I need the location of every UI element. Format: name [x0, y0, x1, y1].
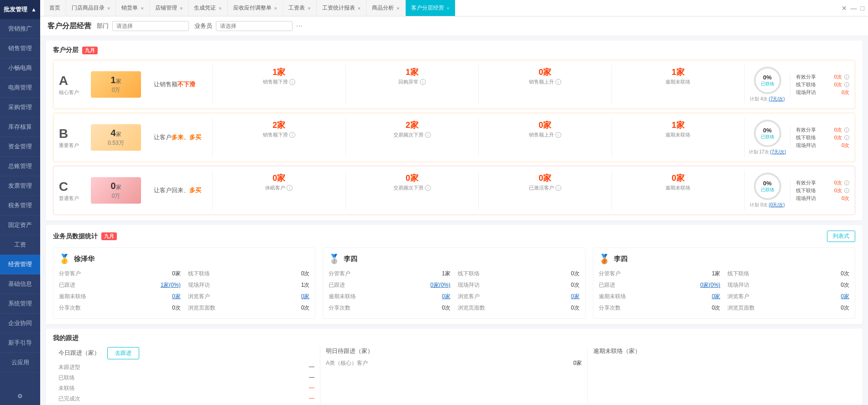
- plan-text: 计划 4次 (7天/次): [748, 96, 786, 102]
- staff-card-3: 🥉 李四 分管客户 1家 线下联络 0次 已跟进: [593, 247, 855, 319]
- tab-minimize-icon[interactable]: —: [851, 5, 857, 12]
- sidebar-item-operations[interactable]: 经营管理: [0, 255, 40, 274]
- info-icon[interactable]: i: [420, 79, 426, 85]
- tab-receivable[interactable]: 应收应付调整单 ×: [228, 0, 283, 16]
- tab-customer-tier[interactable]: 客户分层经营 ×: [406, 0, 455, 16]
- follow-col-today: 今日跟进（家） 去跟进 未跟进型 — 已联络 — 未联络 —: [53, 347, 320, 404]
- tier-b-name: 重要客户: [59, 142, 91, 149]
- sidebar-item-ecom-small[interactable]: 小畅电商: [0, 58, 40, 78]
- tab-payroll[interactable]: 工资表 ×: [283, 0, 316, 16]
- stat-label: 交易频次下滑 i: [350, 131, 475, 138]
- sidebar-item-tax[interactable]: 税务管理: [0, 196, 40, 216]
- tier-a-stat-3: 0家 销售额上升 i: [478, 65, 612, 104]
- plan-link[interactable]: (0天/次): [769, 202, 785, 207]
- staff-stat-row: 分管客户 1家: [329, 269, 450, 279]
- sidebar-toggle-icon[interactable]: ▲: [31, 6, 37, 13]
- sidebar-item-purchase[interactable]: 采购管理: [0, 98, 40, 117]
- sidebar-item-marketing[interactable]: 营销推广: [0, 19, 40, 39]
- tab-sales-order[interactable]: 销货单 ×: [116, 0, 149, 16]
- list-view-button[interactable]: 列表式: [827, 231, 855, 242]
- staff-stat-row: 分管客户 1家: [599, 269, 721, 279]
- staff-select[interactable]: [216, 21, 293, 31]
- sidebar-item-invoice[interactable]: 发票管理: [0, 176, 40, 196]
- staff-stat-row: 浏览客户 0家: [458, 292, 580, 301]
- tab-close-all-icon[interactable]: ✕: [842, 5, 847, 12]
- follow-row: A类（核心）客户 0家: [326, 358, 582, 368]
- tab-close-icon[interactable]: ×: [447, 5, 450, 11]
- info-icon[interactable]: i: [289, 79, 295, 85]
- stat-label: 逾期未联络: [616, 79, 741, 85]
- staff-stat-row: 线下联络 0次: [188, 269, 310, 279]
- info-icon[interactable]: i: [844, 127, 849, 132]
- info-icon[interactable]: i: [287, 185, 293, 191]
- plan-link[interactable]: (7天/次): [769, 96, 785, 101]
- info-icon[interactable]: i: [425, 185, 431, 191]
- info-icon[interactable]: i: [555, 132, 561, 138]
- plan-link[interactable]: (7天/次): [770, 149, 786, 154]
- sidebar-settings-button[interactable]: ⚙: [0, 387, 40, 405]
- sidebar-item-sales[interactable]: 销售管理: [0, 39, 40, 58]
- tab-voucher[interactable]: 生成凭证 ×: [188, 0, 227, 16]
- stat-num: 0家: [482, 67, 608, 78]
- sidebar-item-guide[interactable]: 新手引导: [0, 333, 40, 353]
- tab-maximize-icon[interactable]: □: [861, 5, 864, 12]
- info-icon[interactable]: i: [555, 79, 561, 85]
- tab-label: 商品分析: [372, 4, 394, 12]
- info-icon[interactable]: i: [555, 185, 561, 191]
- sidebar-header[interactable]: 批发管理 ▲: [0, 0, 40, 19]
- tab-product-analysis[interactable]: 商品分析 ×: [366, 0, 405, 16]
- sidebar-item-label: 总账管理: [2, 162, 38, 170]
- tab-home[interactable]: 首页: [44, 0, 66, 16]
- tab-close-icon[interactable]: ×: [107, 5, 110, 11]
- staff-2-name: 李四: [344, 255, 357, 263]
- tab-store-products[interactable]: 门店商品目录 ×: [66, 0, 116, 16]
- info-icon[interactable]: i: [844, 135, 849, 140]
- staff-stat-row: 浏览页面数 0次: [188, 303, 310, 313]
- sidebar-item-basic[interactable]: 基础信息: [0, 274, 40, 294]
- filter-more-icon[interactable]: ···: [296, 22, 302, 30]
- sidebar-item-ledger[interactable]: 总账管理: [0, 157, 40, 176]
- sidebar-item-system[interactable]: 系统管理: [0, 294, 40, 314]
- tab-close-icon[interactable]: ×: [274, 5, 277, 11]
- tab-close-icon[interactable]: ×: [308, 5, 310, 11]
- go-followup-button[interactable]: 去跟进: [107, 347, 139, 359]
- sidebar-item-finance[interactable]: 资金管理: [0, 137, 40, 157]
- tier-c-action-highlight: 多买: [189, 187, 201, 194]
- tab-label: 客户分层经营: [411, 4, 444, 12]
- sidebar-item-ecom[interactable]: 电商管理: [0, 78, 40, 98]
- staff-card-1: 🥇 徐泽华 分管客户 0家 线下联络 0次 已跟进: [53, 247, 315, 319]
- tier-c-name: 普通客户: [59, 195, 91, 202]
- tab-close-icon[interactable]: ×: [141, 5, 143, 11]
- tab-close-icon[interactable]: ×: [397, 5, 399, 11]
- stat-label: 逾期未联络: [616, 131, 741, 138]
- staff-stat-row: 线下联络 0次: [458, 269, 580, 279]
- tab-close-icon[interactable]: ×: [180, 5, 183, 11]
- sidebar-item-cloud[interactable]: 云应用: [0, 353, 40, 373]
- tab-store-mgmt[interactable]: 店铺管理 ×: [150, 0, 188, 16]
- info-icon[interactable]: i: [844, 188, 849, 193]
- staff-stat-row: 分管客户 0家: [59, 269, 181, 279]
- info-icon[interactable]: i: [844, 74, 849, 79]
- tab-close-icon[interactable]: ×: [358, 5, 361, 11]
- dept-select[interactable]: [112, 21, 189, 31]
- side-stat-share: 有效分享 0次 i: [796, 179, 849, 186]
- info-icon[interactable]: i: [289, 132, 295, 138]
- side-stat-offline: 线下联络 0次 i: [796, 187, 849, 194]
- tier-b-letter: B: [59, 126, 91, 141]
- sidebar-item-collab[interactable]: 企业协同: [0, 314, 40, 333]
- info-icon[interactable]: i: [844, 82, 849, 87]
- sidebar-item-label: 新手引导: [2, 339, 38, 347]
- staff-stat-row: 现场拜访 1次: [188, 280, 310, 290]
- info-icon[interactable]: i: [425, 132, 431, 138]
- staff-1-stats: 分管客户 0家 线下联络 0次 已跟进 1家(0%) 现场拜访: [59, 269, 309, 313]
- sidebar-item-inventory[interactable]: 库存核算: [0, 117, 40, 137]
- tier-c-amount: 0万: [96, 192, 136, 200]
- sidebar-item-label: 固定资产: [2, 221, 38, 229]
- tab-label: 门店商品目录: [72, 4, 105, 12]
- info-icon[interactable]: i: [844, 180, 849, 185]
- sidebar-item-assets[interactable]: 固定资产: [0, 216, 40, 235]
- staff-1-name: 徐泽华: [74, 255, 94, 263]
- tab-payroll-report[interactable]: 工资统计报表 ×: [317, 0, 366, 16]
- tab-close-icon[interactable]: ×: [219, 5, 221, 11]
- sidebar-item-payroll[interactable]: 工资: [0, 235, 40, 255]
